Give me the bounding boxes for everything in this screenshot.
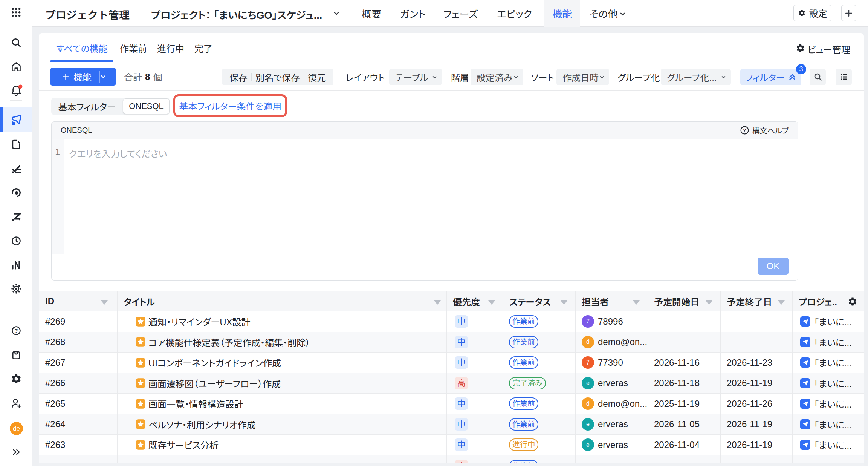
svg-text:?: ? [14,327,18,334]
svg-text:?: ? [743,127,746,133]
